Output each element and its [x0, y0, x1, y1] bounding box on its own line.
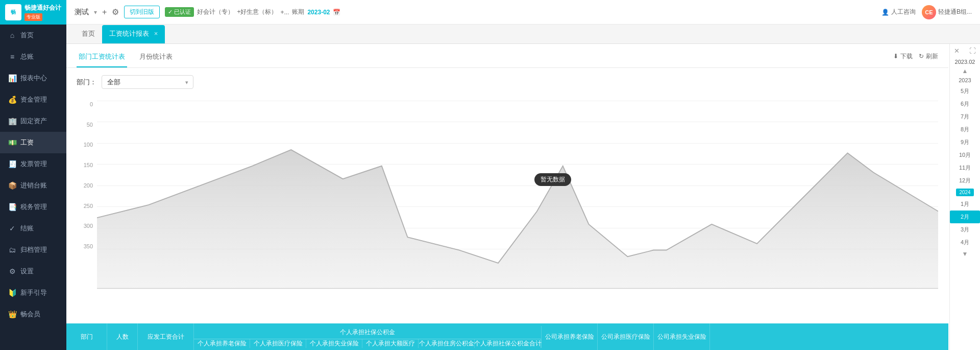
month-2023-9[interactable]: 9月 [950, 136, 980, 149]
refresh-button[interactable]: ↻ 刷新 [919, 52, 938, 61]
archive-icon: 🗂 [8, 246, 16, 254]
sidebar-item-vip[interactable]: 👑 畅会员 [0, 304, 66, 325]
y-label-50: 50 [77, 122, 97, 128]
purchase-icon: 📦 [8, 181, 16, 190]
dept-filter-label: 部门： [77, 78, 96, 87]
sidebar-item-purchase[interactable]: 📦 进销台账 [0, 175, 66, 196]
sidebar-item-tax[interactable]: 📑 税务管理 [0, 196, 66, 218]
right-panel: ✕ ⛶ 2023.02 ▲ 2023 5月 6月 7月 8月 9月 10月 11… [949, 44, 980, 350]
month-2024-2[interactable]: 2月 [950, 211, 980, 223]
tabbar: 首页 工资统计报表 × [66, 25, 980, 44]
sidebar-item-guide[interactable]: 🔰 新手引导 [0, 282, 66, 304]
topbar: 测试 ▾ + ⚙ 切到旧版 ✓ 已认证 好会计（专） +好生意（标） +... … [66, 0, 980, 25]
content-area: 部门工资统计表 月份统计表 ⬇ 下载 ↻ 刷新 [66, 44, 980, 350]
filter-row: 部门： 全部 财务部 销售部 技术部 人事部 ▾ [66, 68, 948, 96]
year-2023-section: 2023 5月 6月 7月 8月 9月 10月 11月 12月 [950, 76, 980, 187]
sidebar-item-archive[interactable]: 🗂 归档管理 [0, 239, 66, 261]
col-company-medical: 公司承担医疗保险 [598, 323, 654, 350]
sidebar-item-invoice[interactable]: 🧾 发票管理 [0, 153, 66, 175]
col-personal-major-medical: 个人承担大额医疗 [362, 339, 419, 348]
month-2023-7[interactable]: 7月 [950, 110, 980, 123]
y-label-250: 250 [77, 203, 97, 209]
month-2023-5[interactable]: 5月 [950, 85, 980, 98]
topbar-add-button[interactable]: + [102, 8, 107, 17]
y-label-200: 200 [77, 182, 97, 189]
chart-svg [97, 101, 938, 289]
dept-filter-select[interactable]: 全部 财务部 销售部 技术部 人事部 [102, 75, 193, 89]
logo-icon: 畅 [5, 4, 21, 20]
period-label: 账期 [292, 8, 304, 16]
y-label-100: 100 [77, 142, 97, 148]
right-panel-close-button[interactable]: ✕ [954, 47, 960, 55]
month-2023-12[interactable]: 12月 [950, 174, 980, 187]
col-personal-pension: 个人承担养老保险 [194, 339, 250, 348]
chart-y-axis: 350 300 250 200 150 100 50 0 [77, 101, 97, 249]
reports-icon: 📊 [8, 74, 16, 82]
right-panel-expand-button[interactable]: ⛶ [969, 47, 976, 55]
sidebar-item-assets[interactable]: 🏢 固定资产 [0, 110, 66, 132]
vip-icon: 👑 [8, 310, 16, 318]
user-service-button[interactable]: 👤 人工咨询 [881, 8, 916, 16]
content-wrapper: 部门工资统计表 月份统计表 ⬇ 下载 ↻ 刷新 [66, 44, 948, 350]
download-button[interactable]: ⬇ 下载 [893, 52, 913, 61]
sidebar-item-checkout[interactable]: ✓ 结账 [0, 218, 66, 239]
topbar-actions: 👤 人工咨询 CE 轻捷通B组... [881, 5, 972, 19]
group-personal-cols: 个人承担养老保险 个人承担医疗保险 个人承担失业保险 个人承担大额医疗 个人承担 [194, 339, 541, 348]
switch-version-button[interactable]: 切到旧版 [124, 6, 160, 18]
dept-filter-wrapper: 全部 财务部 销售部 技术部 人事部 ▾ [102, 75, 193, 89]
subtab-bar: 部门工资统计表 月份统计表 ⬇ 下载 ↻ 刷新 [66, 44, 948, 68]
y-label-350: 350 [77, 243, 97, 249]
month-2024-4[interactable]: 4月 [950, 236, 980, 249]
col-salary: 应发工资合计 [138, 323, 194, 350]
panel-chevron-up[interactable]: ▲ [950, 66, 980, 76]
guide-icon: 🔰 [8, 289, 16, 297]
month-year-list: ▲ 2023 5月 6月 7月 8月 9月 10月 11月 12月 2024 [950, 66, 980, 350]
panel-chevron-down[interactable]: ▼ [950, 249, 980, 259]
col-count: 人数 [107, 323, 138, 350]
topbar-status: ✓ 已认证 好会计（专） +好生意（标） +... 账期 2023-02 📅 [165, 7, 340, 17]
avatar: CE [922, 5, 936, 19]
month-2023-11[interactable]: 11月 [950, 161, 980, 174]
tab-close-button[interactable]: × [154, 30, 158, 37]
year-2023-label: 2023 [950, 76, 980, 85]
sidebar-item-reports[interactable]: 📊 报表中心 [0, 67, 66, 89]
good-accounting-label: 好会计（专） [197, 8, 234, 16]
more-label: +... [280, 9, 289, 16]
user-profile-button[interactable]: CE 轻捷通B组... [922, 5, 972, 19]
topbar-dropdown-arrow[interactable]: ▾ [94, 9, 97, 16]
topbar-title: 测试 [75, 8, 89, 17]
main-area: 测试 ▾ + ⚙ 切到旧版 ✓ 已认证 好会计（专） +好生意（标） +... … [66, 0, 980, 350]
sidebar-item-funds[interactable]: 💰 资金管理 [0, 89, 66, 110]
month-2024-3[interactable]: 3月 [950, 223, 980, 236]
sidebar: 畅 畅捷通好会计 专业版 ⌂ 首页 ≡ 总账 📊 报表中心 💰 资金管理 🏢 固… [0, 0, 66, 350]
topbar-settings-button[interactable]: ⚙ [112, 7, 119, 17]
bottom-table-header: 部门 人数 应发工资合计 个人承担社保公积金 个人承担养老保险 [66, 323, 948, 350]
subtab-actions: ⬇ 下载 ↻ 刷新 [893, 52, 938, 65]
settings-icon: ⚙ [8, 267, 16, 275]
month-2023-10[interactable]: 10月 [950, 149, 980, 161]
group-personal-label: 个人承担社保公积金 [194, 326, 541, 339]
subtab-monthly[interactable]: 月份统计表 [137, 49, 175, 67]
period-value: 2023-02 [307, 9, 330, 16]
sidebar-item-settings[interactable]: ⚙ 设置 [0, 261, 66, 282]
ledger-icon: ≡ [8, 53, 16, 61]
month-2023-6[interactable]: 6月 [950, 98, 980, 110]
col-company-unemployment: 公司承担失业保险 [654, 323, 710, 350]
month-2024-1[interactable]: 1月 [950, 198, 980, 211]
tab-salary-report[interactable]: 工资统计报表 × [102, 25, 165, 43]
sidebar-item-home[interactable]: ⌂ 首页 [0, 25, 66, 46]
month-2023-8[interactable]: 8月 [950, 123, 980, 136]
home-icon: ⌂ [8, 31, 16, 39]
salary-icon: 💵 [8, 138, 16, 147]
tax-icon: 📑 [8, 203, 16, 211]
service-icon: 👤 [881, 9, 889, 16]
year-2024-section: 2024 [950, 187, 980, 198]
assets-icon: 🏢 [8, 117, 16, 125]
calendar-icon[interactable]: 📅 [333, 9, 340, 16]
subtab-dept[interactable]: 部门工资统计表 [77, 49, 127, 67]
sidebar-item-ledger[interactable]: ≡ 总账 [0, 46, 66, 67]
sidebar-item-salary[interactable]: 💵 工资 [0, 132, 66, 153]
tab-home[interactable]: 首页 [75, 25, 102, 43]
col-personal-housing-fund: 个人承担住房公积金 [419, 339, 475, 348]
certified-badge: ✓ 已认证 [165, 7, 194, 17]
